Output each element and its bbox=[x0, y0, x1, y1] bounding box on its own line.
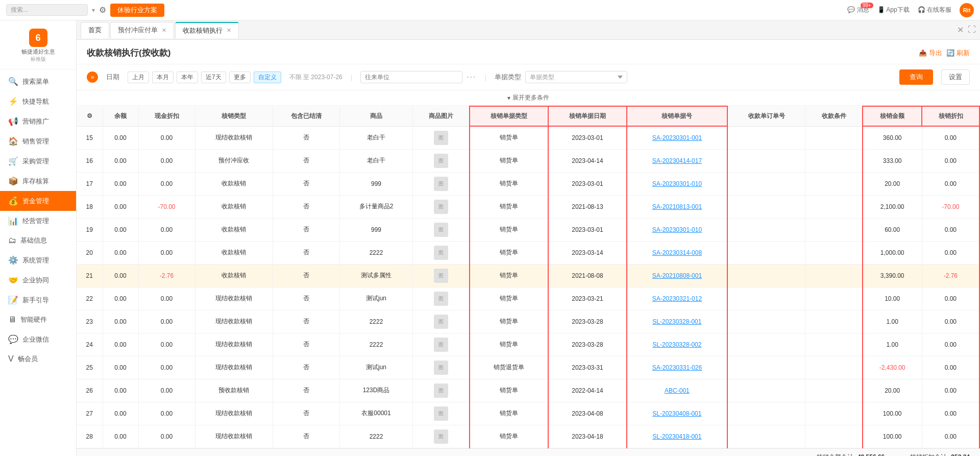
tab-collection[interactable]: 收款核销执行 ✕ bbox=[175, 22, 239, 38]
date-btn-more[interactable]: 更多 bbox=[229, 71, 251, 83]
cell-bill_no[interactable]: SA-20230314-008 bbox=[627, 241, 727, 264]
table-row: 260.000.00预收款核销否123D商品图销货单2022-04-14ABC-… bbox=[77, 379, 979, 402]
filter-bill-type-field: 单据类型 单据类型 bbox=[495, 71, 627, 83]
cell-bill_no[interactable]: SL-20230328-001 bbox=[627, 310, 727, 333]
top-bar-right: 💬 消息 99+ 📱 App下载 🎧 在线客服 Rit bbox=[847, 3, 974, 17]
settings-button[interactable]: 设置 bbox=[941, 69, 970, 85]
sidebar-item-member[interactable]: V 畅会员 bbox=[0, 349, 76, 369]
search-icon: 🔍 bbox=[8, 77, 18, 86]
cell-cancel_type: 收款核销 bbox=[195, 218, 273, 241]
col-header-receipt-order-no: 收款单订单号 bbox=[727, 106, 805, 126]
col-header-bill-no: 核销单据号 bbox=[627, 106, 727, 126]
cell-bill_no[interactable]: SA-20230414-017 bbox=[627, 149, 727, 172]
expand-more-button[interactable]: ▾ 展开更多条件 bbox=[507, 93, 549, 102]
cell-cash_discount: 0.00 bbox=[138, 379, 195, 402]
cell-receipt_order_no bbox=[727, 402, 805, 425]
cell-bill_no[interactable]: SA-20230321-012 bbox=[627, 287, 727, 310]
cell-cancel_type: 现结收款核销 bbox=[195, 287, 273, 310]
cell-bill_no[interactable]: SA-20230331-026 bbox=[627, 356, 727, 379]
sidebar-item-operations[interactable]: 📊 经营管理 bbox=[0, 211, 76, 231]
date-btn-custom[interactable]: 自定义 bbox=[254, 71, 281, 83]
date-btn-last-7-days[interactable]: 近7天 bbox=[201, 71, 226, 83]
date-btn-this-year[interactable]: 本年 bbox=[177, 71, 198, 83]
cell-cancel_discount: 0.00 bbox=[922, 287, 979, 310]
sidebar-item-corp[interactable]: 🤝 企业协同 bbox=[0, 270, 76, 290]
footer-amount: 核销金额合计 40,556,66... bbox=[817, 453, 890, 457]
tab-prepay[interactable]: 预付冲应付单 ✕ bbox=[110, 22, 174, 38]
cell-bill_no[interactable]: SL-20230328-002 bbox=[627, 333, 727, 356]
avatar[interactable]: Rit bbox=[960, 3, 974, 17]
filter-date-buttons: 上月 本月 本年 近7天 更多 自定义 bbox=[128, 71, 281, 83]
bill-type-select[interactable]: 单据类型 bbox=[525, 71, 627, 83]
tab-home[interactable]: 首页 bbox=[81, 22, 109, 38]
cell-cancel_type: 预收款核销 bbox=[195, 379, 273, 402]
filter-expand-button[interactable]: » bbox=[87, 71, 98, 83]
sidebar-item-hardware[interactable]: 🖥 智能硬件 bbox=[0, 310, 76, 329]
cell-bill_no[interactable]: SA-20210808-001 bbox=[627, 264, 727, 287]
cell-bill_no[interactable]: SA-20230301-001 bbox=[627, 126, 727, 149]
sidebar-item-quicknav[interactable]: ⚡ 快捷导航 bbox=[0, 91, 76, 111]
sidebar-label-quicknav: 快捷导航 bbox=[22, 97, 49, 106]
date-btn-this-month[interactable]: 本月 bbox=[152, 71, 174, 83]
app-download-link[interactable]: 📱 App下载 bbox=[877, 6, 910, 14]
cell-bill_date: 2021-08-08 bbox=[548, 264, 627, 287]
date-btn-last-month[interactable]: 上月 bbox=[128, 71, 149, 83]
cell-bill_date: 2023-03-21 bbox=[548, 287, 627, 310]
industry-btn[interactable]: 休验行业方案 bbox=[110, 4, 164, 17]
cell-bill_no[interactable]: SL-20230418-001 bbox=[627, 425, 727, 448]
cell-cancel_amount: 333.00 bbox=[863, 149, 922, 172]
cell-bill_no[interactable]: SA-20230301-010 bbox=[627, 172, 727, 195]
col-header-goods-img: 商品图片 bbox=[413, 106, 470, 126]
refresh-button[interactable]: 🔄 刷新 bbox=[946, 49, 970, 58]
sidebar-item-purchase[interactable]: 🛒 采购管理 bbox=[0, 151, 76, 171]
table-footer: 核销金额合计 40,556,66... 核销折扣合计 952.24 bbox=[77, 448, 980, 457]
cell-receipt_order_no bbox=[727, 356, 805, 379]
sidebar-item-inventory[interactable]: 📦 库存核算 bbox=[0, 171, 76, 191]
sidebar-item-marketing[interactable]: 📢 营销推广 bbox=[0, 111, 76, 131]
cell-balance: 0.00 bbox=[103, 402, 138, 425]
tab-prepay-close[interactable]: ✕ bbox=[162, 27, 166, 34]
top-bar-left: 搜索... ▾ ⚙ 休验行业方案 bbox=[6, 4, 843, 17]
cell-receipt_order_no bbox=[727, 264, 805, 287]
sidebar-item-guide[interactable]: 📝 新手引导 bbox=[0, 290, 76, 310]
table-header-row: ⚙ 余额 现金折扣 核销类型 包含已结清 商品 商品图片 核销单据类型 核销单据… bbox=[77, 106, 979, 126]
cell-cash_discount: 0.00 bbox=[138, 310, 195, 333]
source-input[interactable] bbox=[360, 71, 462, 83]
sidebar-item-search[interactable]: 🔍 搜索菜单 bbox=[0, 71, 76, 91]
tab-expand-icon[interactable]: ⛶ bbox=[968, 25, 976, 35]
online-service-link[interactable]: 🎧 在线客服 bbox=[918, 6, 951, 14]
sidebar-item-finance[interactable]: 💰 资金管理 bbox=[0, 191, 76, 211]
sidebar-item-basicinfo[interactable]: 🗂 基础信息 bbox=[0, 231, 76, 250]
message-icon[interactable]: 💬 消息 99+ bbox=[847, 6, 869, 14]
cell-bill_type: 销货单 bbox=[470, 172, 548, 195]
cell-bill_no[interactable]: SA-20230301-010 bbox=[627, 218, 727, 241]
tab-collection-close[interactable]: ✕ bbox=[227, 27, 231, 34]
cell-bill_no[interactable]: SA-20210813-001 bbox=[627, 195, 727, 218]
sidebar-item-system[interactable]: ⚙️ 系统管理 bbox=[0, 250, 76, 270]
breadcrumb-input[interactable]: 搜索... bbox=[6, 4, 88, 16]
tab-actions: ✕ ⛶ bbox=[957, 25, 976, 35]
tab-close-all-icon[interactable]: ✕ bbox=[957, 25, 964, 35]
tab-collection-label: 收款核销执行 bbox=[183, 26, 223, 35]
cell-goods_img: 图 bbox=[413, 310, 470, 333]
cell-receipt_cond bbox=[805, 241, 863, 264]
cell-goods: 999 bbox=[340, 218, 413, 241]
cell-bill_date: 2023-03-01 bbox=[548, 126, 627, 149]
corp-icon: 🤝 bbox=[8, 275, 18, 285]
cell-settled: 否 bbox=[273, 310, 340, 333]
cell-goods_img: 图 bbox=[413, 149, 470, 172]
query-button[interactable]: 查询 bbox=[899, 69, 933, 85]
sidebar-item-wechat[interactable]: 💬 企业微信 bbox=[0, 329, 76, 349]
gear-icon[interactable]: ⚙ bbox=[99, 5, 106, 15]
cell-bill_no[interactable]: SL-20230408-001 bbox=[627, 402, 727, 425]
sidebar-item-sales[interactable]: 🏠 销售管理 bbox=[0, 131, 76, 151]
cell-bill_no[interactable]: ABC-001 bbox=[627, 379, 727, 402]
sidebar-label-search: 搜索菜单 bbox=[22, 77, 49, 86]
cell-cancel_amount: 20.00 bbox=[863, 172, 922, 195]
cell-goods_img: 图 bbox=[413, 172, 470, 195]
cell-goods_img: 图 bbox=[413, 264, 470, 287]
cell-row_num: 20 bbox=[77, 241, 103, 264]
cell-receipt_cond bbox=[805, 333, 863, 356]
quicknav-icon: ⚡ bbox=[8, 97, 18, 106]
export-button[interactable]: 📤 导出 bbox=[919, 49, 942, 58]
